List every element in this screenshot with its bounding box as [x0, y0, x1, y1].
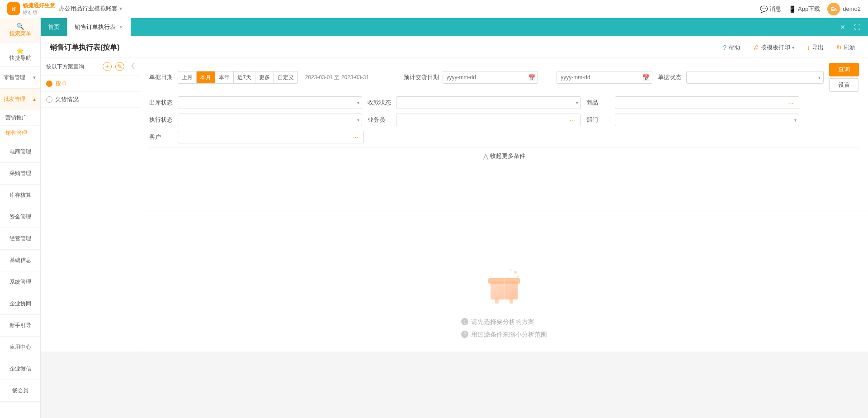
sidebar-item-newbie[interactable]: 新手引导 [0, 315, 40, 337]
app-download-action[interactable]: 📱 App下载 [788, 5, 820, 13]
help-label: 帮助 [728, 43, 740, 52]
refresh-action-btn[interactable]: ↻ 刷新 [833, 42, 859, 53]
sf-menu-item-欠货情况[interactable]: 欠货情况 [41, 92, 140, 108]
filter-row-4: 客户 ··· [149, 131, 859, 143]
sidebar-newbie-label: 新手引导 [9, 322, 31, 329]
exec-status-label: 执行状态 [149, 116, 174, 124]
breadcrumb-arrow-icon[interactable]: ▾ [119, 5, 122, 12]
date-tab-last-month[interactable]: 上月 [178, 71, 197, 83]
goods-label: 商品 [586, 99, 611, 107]
sidebar-item-finance[interactable]: 资金管理 [0, 206, 40, 228]
home-tab-label: 首页 [48, 23, 60, 31]
sidebar-nav: 🔍 搜索菜单 ⭐ 快捷导航 零售管理 ▼ 批发管理 ▲ 营销推广 销售管理 电商… [0, 18, 41, 418]
customer-input-wrap[interactable]: ··· [178, 131, 364, 143]
help-icon: ? [723, 44, 726, 51]
salesperson-threedot-icon[interactable]: ··· [568, 116, 577, 124]
main-layout: 🔍 搜索菜单 ⭐ 快捷导航 零售管理 ▼ 批发管理 ▲ 营销推广 销售管理 电商… [0, 18, 868, 418]
user-area[interactable]: Ea demo2 [827, 3, 861, 15]
sidebar-item-purchase[interactable]: 采购管理 [0, 163, 40, 185]
sidebar-filter-title: 按以下方案查询 [46, 63, 84, 71]
sidebar-item-member[interactable]: 畅会员 [0, 380, 40, 402]
message-action[interactable]: 💬 消息 [760, 5, 781, 13]
sf-add-btn[interactable]: + [103, 62, 112, 71]
date-tab-more[interactable]: 更多 [255, 71, 274, 83]
print-label: 按模板打印 [761, 43, 790, 52]
collapse-conditions-btn[interactable]: ⋀ 收起更多条件 [478, 150, 531, 162]
print-action-btn[interactable]: 🖨 按模板打印 ▾ [749, 42, 798, 53]
active-tab-label: 销售订单执行表 [75, 23, 116, 31]
sidebar-item-search[interactable]: 🔍 搜索菜单 [0, 18, 40, 43]
sidebar-item-basic[interactable]: 基础信息 [0, 250, 40, 271]
date-tab-this-month[interactable]: 本月 [197, 71, 215, 83]
exec-select[interactable] [178, 114, 362, 126]
svg-point-7 [510, 269, 512, 271]
tab-bar: 首页 销售订单执行表 × ✕ ⛶ [41, 18, 868, 36]
expected-date-group: 预计交货日期 📅 — 📅 [404, 71, 653, 84]
print-icon: 🖨 [753, 44, 759, 51]
sidebar-wechat-label: 企业微信 [9, 365, 31, 373]
page-content: 销售订单执行表(按单) ? 帮助 🖨 按模板打印 ▾ ↓ 导出 [41, 36, 868, 418]
customer-threedot-icon[interactable]: ··· [351, 133, 360, 141]
avatar-initials: Ea [831, 6, 837, 12]
sidebar-item-quicknav[interactable]: ⭐ 快捷导航 [0, 43, 40, 67]
date-tabs-container: 上月 本月 本年 近7天 更多 自定义 [178, 71, 298, 84]
salesperson-input-wrap[interactable]: ··· [396, 114, 580, 126]
print-arrow-icon: ▾ [792, 45, 794, 50]
sidebar-item-appcenter[interactable]: 应用中心 [0, 337, 40, 358]
sidebar-item-operation[interactable]: 经营管理 [0, 228, 40, 250]
dept-dropdown: ▾ [615, 114, 799, 126]
filter-row-2: 出库状态 ▾ 收款状态 [149, 96, 859, 109]
goods-input-wrap[interactable]: ··· [615, 96, 799, 109]
logo-area: 好 畅捷通好生意 标准版 [7, 2, 55, 16]
expected-date-start-input[interactable] [443, 71, 538, 84]
sidebar-item-marketing[interactable]: 营销推广 [0, 110, 40, 126]
tab-close-icon[interactable]: × [119, 24, 123, 31]
sidebar-item-ecommerce[interactable]: 电商管理 [0, 141, 40, 163]
sidebar-basic-label: 基础信息 [9, 256, 31, 264]
status-dropdown[interactable]: ▾ [686, 71, 824, 84]
receipt-dropdown: ▾ [396, 96, 580, 109]
date-tab-7days[interactable]: 近7天 [234, 71, 255, 83]
sidebar-item-wholesale[interactable]: 批发管理 ▲ [0, 89, 40, 110]
outbound-select[interactable] [178, 96, 362, 109]
svg-text:好: 好 [11, 7, 16, 11]
expected-date-end-input[interactable] [557, 71, 652, 84]
tab-close-window-btn[interactable]: ✕ [837, 22, 848, 33]
collapse-conditions: ⋀ 收起更多条件 [149, 147, 859, 165]
sf-edit-btn[interactable]: ✎ [115, 62, 124, 71]
sidebar-inventory-label: 库存核算 [9, 191, 31, 199]
date-tab-this-year[interactable]: 本年 [215, 71, 234, 83]
receipt-select[interactable] [396, 96, 580, 109]
sf-menu-item-按单[interactable]: 按单 [41, 76, 140, 92]
search-nav-icon: 🔍 [16, 23, 24, 30]
content-area: 首页 销售订单执行表 × ✕ ⛶ 销售订单执行表(按单) ? 帮助 [41, 18, 868, 418]
date-tab-custom[interactable]: 自定义 [274, 71, 297, 83]
dept-select[interactable] [615, 114, 799, 126]
outbound-status-label: 出库状态 [149, 99, 174, 107]
user-name: demo2 [843, 5, 861, 12]
breadcrumb-text: 办公用品行业模拟账套 [59, 5, 118, 13]
sidebar-operation-label: 经营管理 [9, 235, 31, 242]
sidebar-item-retail[interactable]: 零售管理 ▼ [0, 67, 40, 89]
help-action-btn[interactable]: ? 帮助 [719, 42, 744, 53]
sidebar-item-inventory[interactable]: 库存核算 [0, 185, 40, 206]
receipt-status-label: 收款状态 [368, 99, 392, 107]
setting-button[interactable]: 设置 [829, 78, 859, 92]
sidebar-item-enterprise[interactable]: 企业协同 [0, 293, 40, 315]
sidebar-item-system[interactable]: 系统管理 [0, 271, 40, 293]
export-action-btn[interactable]: ↓ 导出 [803, 42, 827, 53]
header-right: 💬 消息 📱 App下载 Ea demo2 [760, 3, 861, 15]
svg-rect-9 [509, 298, 513, 304]
tab-maximize-btn[interactable]: ⛶ [852, 22, 863, 33]
exec-dropdown: ▾ [178, 114, 362, 126]
export-label: 导出 [812, 43, 824, 52]
tab-home[interactable]: 首页 [41, 18, 67, 36]
goods-threedot-icon[interactable]: ··· [786, 99, 795, 106]
query-button[interactable]: 查询 [829, 63, 859, 76]
sf-collapse-btn[interactable]: 《 [128, 62, 134, 71]
date-separator: — [544, 74, 550, 81]
message-label: 消息 [769, 5, 781, 13]
tab-active[interactable]: 销售订单执行表 × [67, 18, 131, 36]
sidebar-item-wechat[interactable]: 企业微信 [0, 358, 40, 380]
sidebar-item-sales[interactable]: 销售管理 [0, 126, 40, 141]
